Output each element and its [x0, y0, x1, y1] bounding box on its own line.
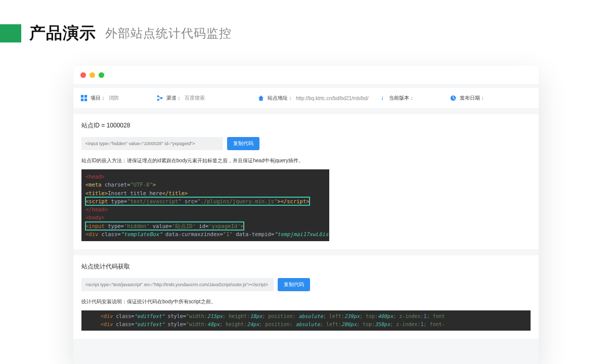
- instructions: 统计代码安装说明：保证统计代码在body中所有script之前。: [81, 298, 531, 305]
- info-pubdate: 发布日期：: [450, 95, 532, 102]
- panel-tracking-code: 站点统计代码获取 复制代码 统计代码安装说明：保证统计代码在body中所有scr…: [73, 255, 539, 339]
- info-bar: 项目： 消防 渠道： 百度搜索 站点地址： http://bq.ktrtc.cn…: [73, 88, 539, 108]
- panel-title: 站点ID = 1000028: [81, 121, 531, 130]
- svg-rect-3: [84, 99, 87, 101]
- window-minimize-icon: [90, 72, 95, 78]
- clock-icon: [450, 95, 457, 102]
- info-project: 项目： 消防: [80, 95, 156, 102]
- svg-text:i: i: [381, 95, 383, 101]
- project-label: 项目：: [91, 95, 106, 102]
- info-version: i 当前版本：: [379, 95, 450, 102]
- slide-subtitle: 外部站点统计代码监控: [105, 25, 232, 41]
- home-icon: [257, 95, 265, 102]
- code-input-row: 复制代码: [81, 278, 531, 291]
- slide-header: 产品演示 外部站点统计代码监控: [0, 22, 232, 44]
- browser-chrome: [73, 66, 539, 84]
- version-label: 当前版本：: [389, 95, 414, 102]
- share-icon: [156, 95, 163, 102]
- grid-icon: [80, 95, 88, 102]
- accent-bar: [0, 24, 21, 42]
- site-value: http://bq.ktrtc.cn/bd/bd21/mb/bd/: [296, 96, 368, 101]
- info-channel: 渠道： 百度搜索: [156, 95, 257, 102]
- pubdate-label: 发布日期：: [460, 95, 485, 102]
- info-icon: i: [379, 95, 386, 102]
- svg-rect-1: [84, 95, 87, 98]
- site-id-code-input[interactable]: [81, 137, 223, 150]
- svg-rect-0: [81, 95, 83, 98]
- instructions: 站点ID的嵌入方法：请保证埋点的id紧跟在body元素开始标签之后，并且保证he…: [81, 157, 531, 164]
- site-label: 站点地址：: [268, 95, 293, 102]
- window-maximize-icon: [99, 72, 104, 78]
- channel-label: 渠道：: [166, 95, 182, 102]
- code-sample-head: <head> <meta charset="UTF-8"> <title>Ins…: [81, 169, 329, 241]
- copy-button[interactable]: 复制代码: [278, 278, 310, 291]
- code-input-row: 复制代码: [81, 137, 531, 150]
- svg-rect-2: [81, 99, 83, 101]
- copy-button[interactable]: 复制代码: [227, 137, 259, 150]
- tracking-code-input[interactable]: [81, 278, 274, 291]
- window-close-icon: [80, 72, 86, 78]
- slide-title: 产品演示: [29, 22, 96, 44]
- browser-window: 项目： 消防 渠道： 百度搜索 站点地址： http://bq.ktrtc.cn…: [73, 66, 539, 364]
- code-sample-body: <div class="editText" style="width:215px…: [81, 310, 531, 331]
- panel-site-id: 站点ID = 1000028 复制代码 站点ID的嵌入方法：请保证埋点的id紧跟…: [73, 114, 539, 249]
- panel-title: 站点统计代码获取: [81, 262, 531, 271]
- project-value: 消防: [109, 95, 119, 102]
- info-site: 站点地址： http://bq.ktrtc.cn/bd/bd21/mb/bd/: [257, 95, 379, 102]
- channel-value: 百度搜索: [185, 95, 205, 102]
